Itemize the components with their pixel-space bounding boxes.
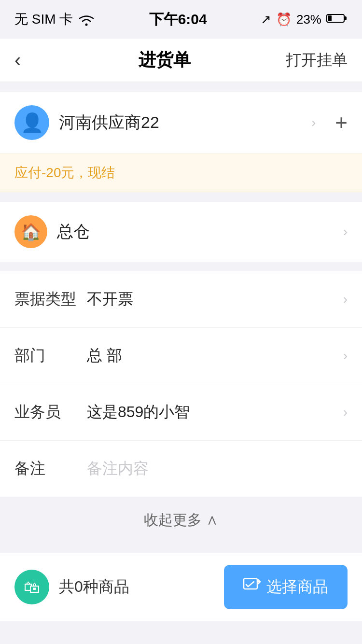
page-title: 进货单 [139, 48, 191, 72]
department-value: 总 部 [77, 345, 343, 366]
form-section: 票据类型 不开票 › 部门 总 部 › 业务员 这是859的小智 › 备注 备注… [0, 271, 362, 497]
notice-bar: 应付-20元，现结 [0, 154, 362, 192]
select-product-label: 选择商品 [266, 576, 328, 598]
product-count-label: 共0种商品 [59, 576, 224, 598]
warehouse-row[interactable]: 🏠 总仓 › [0, 202, 362, 262]
supplier-section: 👤 河南供应商22 › + 应付-20元，现结 [0, 92, 362, 192]
add-supplier-button[interactable]: + [335, 111, 348, 135]
department-label: 部门 [14, 345, 77, 366]
department-chevron-icon: › [343, 348, 348, 364]
product-icon-wrap: 🛍 [14, 570, 49, 604]
status-bar: 无 SIM 卡 下午6:04 ↗ ⏰ 23% [0, 0, 362, 39]
supplier-chevron-icon: › [311, 115, 316, 130]
svg-rect-3 [328, 15, 332, 21]
salesman-label: 业务员 [14, 402, 77, 423]
product-icon: 🛍 [24, 578, 40, 597]
person-icon: 👤 [21, 112, 43, 133]
salesman-value: 这是859的小智 [77, 402, 343, 423]
salesman-row[interactable]: 业务员 这是859的小智 › [0, 384, 362, 441]
ticket-type-row[interactable]: 票据类型 不开票 › [0, 271, 362, 328]
warehouse-chevron-icon: › [343, 224, 348, 239]
warehouse-icon: 🏠 [21, 222, 41, 241]
remarks-row[interactable]: 备注 备注内容 [0, 441, 362, 497]
collapse-button[interactable]: 收起更多 ∧ [0, 497, 362, 544]
wifi-icon [78, 12, 95, 27]
status-right: ↗ ⏰ 23% [261, 12, 348, 27]
ticket-type-chevron-icon: › [343, 292, 348, 307]
top-divider [0, 82, 362, 92]
back-button[interactable]: ‹ [14, 49, 43, 71]
page-container: 无 SIM 卡 下午6:04 ↗ ⏰ 23% [0, 0, 362, 644]
battery-icon [326, 12, 348, 27]
ticket-type-label: 票据类型 [14, 289, 77, 310]
status-left: 无 SIM 卡 [14, 10, 95, 28]
supplier-row[interactable]: 👤 河南供应商22 › + [0, 92, 362, 154]
svg-rect-4 [244, 578, 257, 589]
carrier-label: 无 SIM 卡 [14, 10, 73, 28]
status-time: 下午6:04 [149, 10, 207, 29]
nav-bar: ‹ 进货单 打开挂单 [0, 39, 362, 82]
svg-point-0 [85, 23, 88, 26]
svg-rect-2 [344, 16, 347, 20]
battery-label: 23% [296, 12, 321, 27]
select-product-button[interactable]: 选择商品 [224, 565, 348, 609]
warehouse-icon-wrap: 🏠 [14, 215, 47, 248]
bottom-bar: 🛍 共0种商品 选择商品 [0, 553, 362, 621]
salesman-chevron-icon: › [343, 405, 348, 420]
supplier-avatar: 👤 [14, 105, 49, 140]
remarks-input[interactable]: 备注内容 [77, 458, 348, 479]
remarks-label: 备注 [14, 458, 77, 479]
warehouse-section: 🏠 总仓 › [0, 202, 362, 262]
warehouse-name: 总仓 [57, 221, 343, 243]
alarm-icon: ⏰ [276, 12, 292, 27]
department-row[interactable]: 部门 总 部 › [0, 328, 362, 384]
location-icon: ↗ [261, 12, 271, 27]
select-icon [243, 578, 261, 596]
open-pending-button[interactable]: 打开挂单 [286, 50, 348, 71]
supplier-name: 河南供应商22 [59, 112, 311, 134]
ticket-type-value: 不开票 [77, 289, 343, 310]
